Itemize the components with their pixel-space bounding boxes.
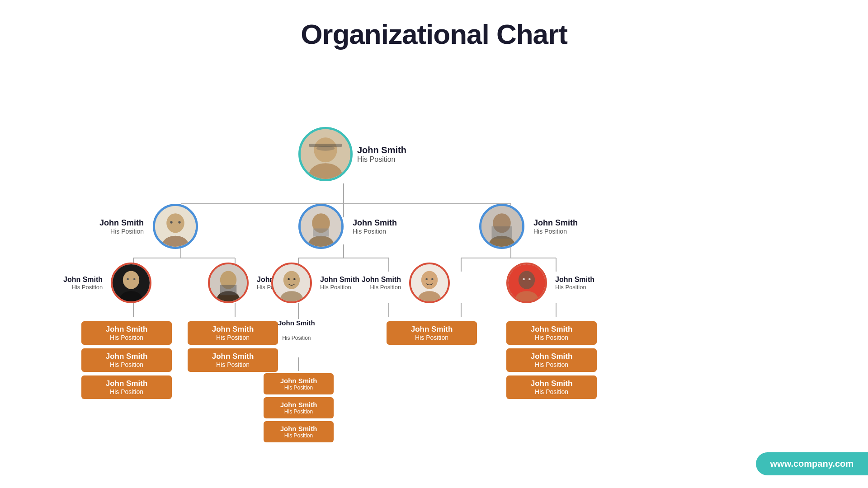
svg-rect-50 xyxy=(220,285,236,296)
box-cl1[interactable]: John Smith His Position xyxy=(264,373,334,394)
l2-cc-node: John Smith His Position xyxy=(278,319,315,343)
svg-point-33 xyxy=(178,221,180,223)
box-rr3[interactable]: John Smith His Position xyxy=(506,375,597,399)
l2-rl-avatar xyxy=(409,263,450,303)
l1-center-node: John Smith His Position xyxy=(298,204,397,249)
svg-point-30 xyxy=(166,213,184,233)
svg-point-57 xyxy=(421,271,438,289)
l2-rr-avatar xyxy=(506,263,547,303)
l1-right-node: John Smith His Position xyxy=(479,204,578,249)
svg-point-54 xyxy=(288,278,290,281)
svg-point-52 xyxy=(283,271,300,289)
box-rl1[interactable]: John Smith His Position xyxy=(387,321,477,345)
page-title: Organizational Chart xyxy=(0,0,868,50)
l2-rl-label: John Smith His Position xyxy=(362,276,401,291)
root-label: John Smith His Position xyxy=(357,145,406,164)
box-ll1[interactable]: John Smith His Position xyxy=(81,321,172,345)
svg-rect-37 xyxy=(313,229,329,237)
svg-point-60 xyxy=(431,278,434,281)
svg-point-45 xyxy=(127,278,129,281)
l2-rr-node: John Smith His Position xyxy=(506,263,594,303)
website-badge: www.company.com xyxy=(756,452,868,475)
svg-point-55 xyxy=(293,278,296,281)
svg-rect-41 xyxy=(492,226,512,239)
svg-point-65 xyxy=(528,278,531,281)
box-ll2[interactable]: John Smith His Position xyxy=(81,348,172,372)
svg-point-46 xyxy=(133,278,136,281)
box-ll3[interactable]: John Smith His Position xyxy=(81,375,172,399)
svg-point-28 xyxy=(316,146,335,151)
l2-rl-node: John Smith His Position xyxy=(362,263,450,303)
box-lr1[interactable]: John Smith His Position xyxy=(188,321,278,345)
root-avatar xyxy=(298,127,353,181)
l2-rr-label: John Smith His Position xyxy=(555,276,594,291)
box-cl2[interactable]: John Smith His Position xyxy=(264,397,334,418)
l1-center-avatar xyxy=(298,204,344,249)
l1-left-node: John Smith His Position xyxy=(99,204,198,249)
svg-point-59 xyxy=(425,278,428,281)
box-rr2[interactable]: John Smith His Position xyxy=(506,348,597,372)
svg-point-62 xyxy=(519,271,535,289)
l1-left-avatar xyxy=(153,204,198,249)
l2-cl-node: John Smith His Position xyxy=(271,263,359,303)
box-rr1[interactable]: John Smith His Position xyxy=(506,321,597,345)
svg-point-43 xyxy=(123,271,139,289)
l2-ll-label: John Smith His Position xyxy=(63,276,103,291)
svg-point-64 xyxy=(523,278,525,281)
l2-lr-avatar xyxy=(208,263,249,303)
l2-cl-label: John Smith His Position xyxy=(320,276,359,291)
l1-center-label: John Smith His Position xyxy=(353,218,397,235)
l2-ll-node: John Smith His Position xyxy=(63,263,151,303)
l1-right-label: John Smith His Position xyxy=(533,218,578,235)
l1-right-avatar xyxy=(479,204,524,249)
svg-point-32 xyxy=(170,221,172,223)
l2-ll-avatar xyxy=(111,263,151,303)
l2-cl-avatar xyxy=(271,263,312,303)
root-node: John Smith His Position xyxy=(298,127,406,181)
box-cl3[interactable]: John Smith His Position xyxy=(264,421,334,442)
box-lr2[interactable]: John Smith His Position xyxy=(188,348,278,372)
l1-left-label: John Smith His Position xyxy=(99,218,144,235)
org-chart: John Smith His Position John Smith His P… xyxy=(0,50,868,488)
l2-cc-label: John Smith His Position xyxy=(278,319,315,341)
